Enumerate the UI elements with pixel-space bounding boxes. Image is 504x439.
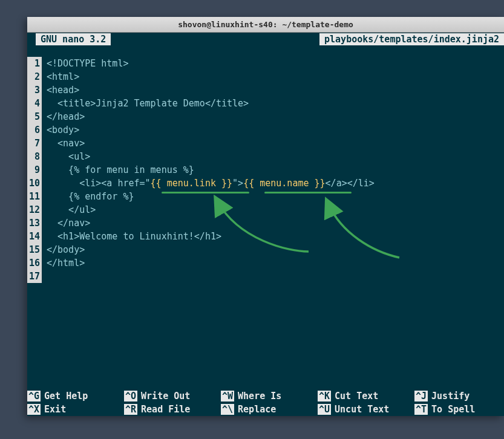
line-number: 3 — [27, 83, 42, 97]
code-line[interactable]: 10 <li><a href="{{ menu.link }}">{{ menu… — [27, 177, 504, 190]
code-text — [42, 270, 47, 283]
code-line[interactable]: 14 <h1>Welcome to Linuxhint!</h1> — [27, 230, 504, 243]
terminal-window: shovon@linuxhint-s40: ~/template-demo GN… — [27, 17, 504, 416]
shortcut-item: ^XExit — [27, 403, 124, 416]
line-number: 9 — [27, 163, 42, 177]
annotation-underline-1 — [162, 192, 249, 193]
annotation-underline-2 — [264, 192, 352, 193]
shortcut-label: Justify — [431, 391, 470, 402]
line-number: 14 — [27, 230, 42, 243]
code-line[interactable]: 17 — [27, 270, 504, 283]
shortcut-item: ^UUncut Text — [318, 403, 414, 416]
line-number: 16 — [27, 256, 42, 270]
line-number: 7 — [27, 137, 42, 150]
code-text: <ul> — [42, 150, 90, 163]
shortcut-key: ^U — [318, 404, 331, 415]
shortcut-key: ^T — [414, 404, 428, 415]
line-number: 11 — [27, 190, 42, 203]
code-text: </ul> — [42, 203, 96, 216]
code-text: <body> — [42, 123, 79, 137]
shortcut-key: ^\ — [221, 404, 234, 415]
code-line[interactable]: 1<!DOCTYPE html> — [27, 57, 504, 70]
line-number: 6 — [27, 123, 42, 137]
code-text: </body> — [42, 243, 85, 256]
code-line[interactable]: 16</html> — [27, 256, 504, 270]
line-number: 8 — [27, 150, 42, 163]
code-text: {% endfor %} — [42, 190, 134, 203]
shortcut-label: Cut Text — [335, 391, 378, 402]
titlebar-text: shovon@linuxhint-s40: ~/template-demo — [178, 20, 353, 29]
line-number: 10 — [27, 177, 42, 190]
line-number: 2 — [27, 70, 42, 83]
code-text: {% for menu in menus %} — [42, 163, 194, 177]
code-text: <nav> — [42, 137, 85, 150]
code-line[interactable]: 4 <title>Jinja2 Template Demo</title> — [27, 97, 504, 110]
code-text: <li><a href="{{ menu.link }}">{{ menu.na… — [42, 177, 375, 190]
code-text: </html> — [42, 256, 85, 270]
shortcut-item: ^OWrite Out — [124, 389, 221, 403]
code-line[interactable]: 15</body> — [27, 243, 504, 256]
shortcut-label: Get Help — [44, 391, 88, 402]
code-line[interactable]: 7 <nav> — [27, 137, 504, 150]
shortcut-label: Replace — [238, 404, 276, 415]
code-text: </nav> — [42, 216, 90, 230]
window-titlebar: shovon@linuxhint-s40: ~/template-demo — [27, 17, 504, 33]
code-line[interactable]: 3<head> — [27, 83, 504, 97]
file-path: playbooks/templates/index.jinja2 — [319, 33, 504, 45]
code-text: <head> — [42, 83, 79, 97]
shortcut-label: Write Out — [141, 391, 190, 402]
line-number: 17 — [27, 270, 42, 283]
shortcut-key: ^O — [124, 391, 137, 402]
code-line[interactable]: 12 </ul> — [27, 203, 504, 216]
shortcut-item: ^GGet Help — [27, 389, 124, 403]
code-line[interactable]: 5</head> — [27, 110, 504, 123]
code-text: <title>Jinja2 Template Demo</title> — [42, 97, 249, 110]
editor-area[interactable]: 1<!DOCTYPE html>2<html>3<head>4 <title>J… — [27, 46, 504, 391]
code-text: <h1>Welcome to Linuxhint!</h1> — [42, 230, 221, 243]
shortcut-item: ^\Replace — [221, 403, 318, 416]
code-line[interactable]: 8 <ul> — [27, 150, 504, 163]
shortcut-item: ^RRead File — [124, 403, 221, 416]
line-number: 1 — [27, 57, 42, 70]
line-number: 4 — [27, 97, 42, 110]
shortcut-key: ^R — [124, 404, 137, 415]
shortcut-item: ^JJustify — [414, 389, 504, 403]
code-line[interactable]: 2<html> — [27, 70, 504, 83]
code-line[interactable]: 6<body> — [27, 123, 504, 137]
app-name: GNU nano 3.2 — [36, 33, 111, 45]
shortcut-item: ^WWhere Is — [221, 389, 318, 403]
line-number: 15 — [27, 243, 42, 256]
shortcut-label: Exit — [44, 404, 66, 415]
code-line[interactable]: 13 </nav> — [27, 216, 504, 230]
shortcut-key: ^K — [318, 391, 331, 402]
nano-header: GNU nano 3.2 playbooks/templates/index.j… — [27, 33, 504, 46]
shortcut-label: To Spell — [431, 404, 475, 415]
shortcut-label: Where Is — [238, 391, 281, 402]
shortcut-item: ^KCut Text — [318, 389, 414, 403]
code-line[interactable]: 9 {% for menu in menus %} — [27, 163, 504, 177]
shortcut-key: ^G — [27, 391, 41, 402]
line-number: 12 — [27, 203, 42, 216]
code-text: <!DOCTYPE html> — [42, 57, 128, 70]
shortcut-key: ^W — [221, 391, 234, 402]
shortcut-item: ^TTo Spell — [414, 403, 504, 416]
line-number: 5 — [27, 110, 42, 123]
shortcut-label: Read File — [141, 404, 190, 415]
line-number: 13 — [27, 216, 42, 230]
shortcut-label: Uncut Text — [335, 404, 389, 415]
code-text: <html> — [42, 70, 79, 83]
shortcut-key: ^X — [27, 404, 41, 415]
code-text: </head> — [42, 110, 85, 123]
shortcut-bar: ^GGet Help^OWrite Out^WWhere Is^KCut Tex… — [27, 389, 504, 416]
shortcut-key: ^J — [414, 391, 428, 402]
